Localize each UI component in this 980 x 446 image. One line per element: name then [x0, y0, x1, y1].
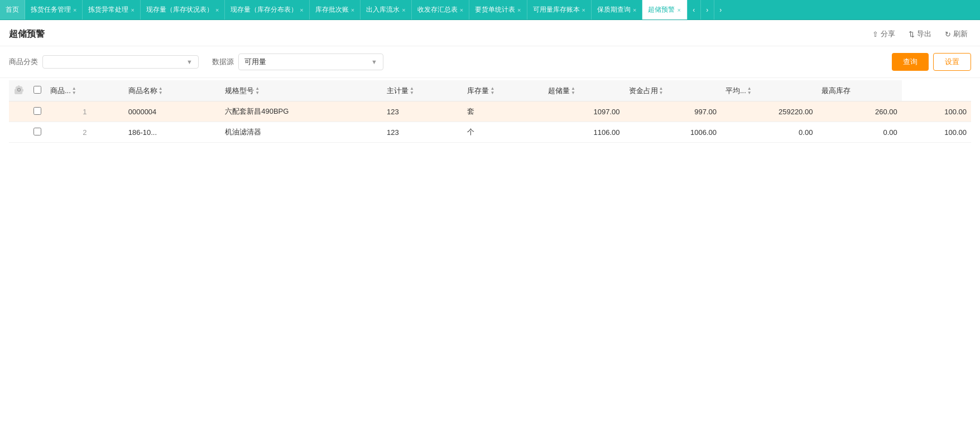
category-select[interactable]: ▼ — [42, 55, 199, 69]
nav-next-arrow[interactable]: › — [700, 0, 714, 20]
datasource-arrow-icon: ▼ — [371, 59, 377, 65]
sort-arrows-capital: ▲▼ — [659, 86, 664, 95]
row-stock-1: 1106.00 — [544, 122, 624, 143]
nav-tab-collect-summary-label: 收发存汇总表 — [417, 5, 458, 14]
row-product-code-0: 0000004 — [124, 101, 220, 122]
nav-tab-usable-ledger-label: 可用量库存账本 — [533, 5, 580, 14]
nav-tab-batch-label: 库存批次账 — [315, 5, 349, 14]
nav-tab-home[interactable]: 首页 — [0, 0, 25, 20]
row-spec-1: 123 — [382, 122, 463, 143]
share-button[interactable]: ⇧ 分享 — [869, 27, 899, 41]
settings-button[interactable]: 设置 — [933, 53, 971, 71]
nav-tab-usable-ledger-close[interactable]: × — [582, 7, 585, 13]
sort-arrows-stock: ▲▼ — [490, 86, 494, 95]
sort-arrows-spec: ▲▼ — [255, 86, 260, 95]
nav-tab-abnormal-label: 拣货异常处理 — [88, 5, 128, 14]
row-gear-1 — [9, 122, 29, 143]
nav-tab-overstock-alert-close[interactable]: × — [677, 7, 680, 13]
top-nav: 首页 拣货任务管理 × 拣货异常处理 × 现存量（库存状况表） × 现存量（库存… — [0, 0, 980, 20]
col-product-name[interactable]: 商品名称 ▲▼ — [124, 80, 220, 101]
row-stock-0: 1097.00 — [544, 101, 624, 122]
share-icon: ⇧ — [872, 30, 878, 38]
row-checkbox-1[interactable] — [29, 122, 46, 143]
col-stock[interactable]: 库存量 ▲▼ — [463, 80, 544, 101]
page-content: 超储预警 ⇧ 分享 ⇅ 导出 ↻ 刷新 商品分类 ▼ 数据源 — [0, 20, 980, 446]
refresh-button[interactable]: ↻ 刷新 — [941, 27, 971, 41]
sort-arrows-product-code: ▲▼ — [72, 86, 76, 95]
row-spec-0: 123 — [382, 101, 463, 122]
nav-tab-overstock-alert-label: 超储预警 — [648, 5, 675, 14]
nav-expand-arrow[interactable]: › — [714, 0, 727, 20]
table-header-row: 商品... ▲▼ 商品名称 ▲▼ 规格型号 ▲▼ — [9, 80, 971, 101]
row-unit-1: 个 — [463, 122, 544, 143]
nav-tab-inventory-status-label: 现存量（库存状况表） — [146, 5, 213, 14]
nav-tab-inout-flow-close[interactable]: × — [402, 7, 405, 13]
row-overstock-1: 1006.00 — [624, 122, 721, 143]
col-gear[interactable] — [9, 80, 29, 101]
share-label: 分享 — [881, 29, 895, 39]
nav-tab-abnormal-close[interactable]: × — [131, 7, 134, 13]
datasource-label: 数据源 — [212, 57, 234, 67]
row-select-0[interactable] — [33, 107, 41, 115]
nav-tab-abnormal[interactable]: 拣货异常处理 × — [83, 0, 140, 20]
row-capital-0: 259220.00 — [721, 101, 817, 122]
nav-tab-task-mgmt-label: 拣货任务管理 — [31, 5, 71, 14]
table-row[interactable]: 2 186-10... 机油滤清器 123 个 1106.00 1006.00 … — [9, 122, 971, 143]
category-arrow-icon: ▼ — [186, 59, 193, 65]
nav-tab-task-mgmt-close[interactable]: × — [73, 7, 76, 13]
sort-arrows-overstock: ▲▼ — [571, 86, 575, 95]
col-unit[interactable]: 主计量 ▲▼ — [382, 80, 463, 101]
nav-tab-order-stats[interactable]: 要货单统计表 × — [469, 0, 527, 20]
nav-tab-inventory-dist[interactable]: 现存量（库存分布表） × — [225, 0, 309, 20]
row-capital-1: 0.00 — [721, 122, 817, 143]
nav-tab-inventory-dist-close[interactable]: × — [300, 7, 303, 13]
col-select-all[interactable] — [29, 80, 46, 101]
nav-tab-batch-close[interactable]: × — [351, 7, 354, 13]
nav-tab-quality-check-close[interactable]: × — [633, 7, 636, 13]
sort-arrows-avg: ▲▼ — [747, 86, 752, 95]
nav-tab-quality-check-label: 保质期查询 — [597, 5, 631, 14]
export-button[interactable]: ⇅ 导出 — [905, 27, 935, 41]
col-max-stock[interactable]: 最高库存 — [817, 80, 901, 101]
nav-tab-inout-flow[interactable]: 出入库流水 × — [361, 0, 411, 20]
category-label: 商品分类 — [9, 57, 38, 67]
data-table: 商品... ▲▼ 商品名称 ▲▼ 规格型号 ▲▼ — [9, 80, 971, 143]
nav-tab-collect-summary[interactable]: 收发存汇总表 × — [412, 0, 469, 20]
page-title: 超储预警 — [9, 28, 45, 40]
row-num-1: 2 — [46, 122, 124, 143]
row-select-1[interactable] — [33, 128, 41, 135]
nav-tab-home-label: 首页 — [6, 5, 19, 14]
table-row[interactable]: 1 0000004 六配套新昌490BPG 123 套 1097.00 997.… — [9, 101, 971, 122]
refresh-icon: ↻ — [945, 30, 951, 38]
filter-row: 商品分类 ▼ 数据源 可用量 ▼ 查询 设置 — [0, 46, 980, 78]
col-avg[interactable]: 平均... ▲▼ — [721, 80, 817, 101]
row-product-code-1: 186-10... — [124, 122, 220, 143]
nav-tab-task-mgmt[interactable]: 拣货任务管理 × — [25, 0, 83, 20]
col-spec[interactable]: 规格型号 ▲▼ — [220, 80, 382, 101]
row-avg-0: 260.00 — [817, 101, 901, 122]
col-overstock[interactable]: 超储量 ▲▼ — [544, 80, 624, 101]
col-capital[interactable]: 资金占用 ▲▼ — [624, 80, 721, 101]
gear-icon — [15, 85, 23, 94]
nav-tab-overstock-alert[interactable]: 超储预警 × — [642, 0, 686, 20]
nav-tab-collect-summary-close[interactable]: × — [460, 7, 463, 13]
nav-tab-order-stats-close[interactable]: × — [517, 7, 521, 13]
nav-prev-arrow[interactable]: ‹ — [687, 0, 700, 20]
nav-tab-inventory-status[interactable]: 现存量（库存状况表） × — [141, 0, 225, 20]
export-icon: ⇅ — [909, 30, 915, 38]
nav-tab-inventory-status-close[interactable]: × — [215, 7, 219, 13]
sort-arrows-product-name: ▲▼ — [158, 86, 163, 95]
row-checkbox-0[interactable] — [29, 101, 46, 122]
nav-tab-inventory-dist-label: 现存量（库存分布表） — [230, 5, 297, 14]
select-all-checkbox[interactable] — [33, 86, 41, 94]
row-avg-1: 0.00 — [817, 122, 901, 143]
nav-tab-usable-ledger[interactable]: 可用量库存账本 × — [527, 0, 592, 20]
query-button[interactable]: 查询 — [892, 53, 929, 71]
row-gear-0 — [9, 101, 29, 122]
nav-tab-quality-check[interactable]: 保质期查询 × — [592, 0, 642, 20]
nav-tab-batch[interactable]: 库存批次账 × — [310, 0, 361, 20]
col-product-code[interactable]: 商品... ▲▼ — [46, 80, 124, 101]
datasource-select[interactable]: 可用量 ▼ — [238, 54, 383, 70]
datasource-filter: 数据源 可用量 ▼ — [212, 54, 383, 70]
datasource-value: 可用量 — [244, 57, 266, 67]
